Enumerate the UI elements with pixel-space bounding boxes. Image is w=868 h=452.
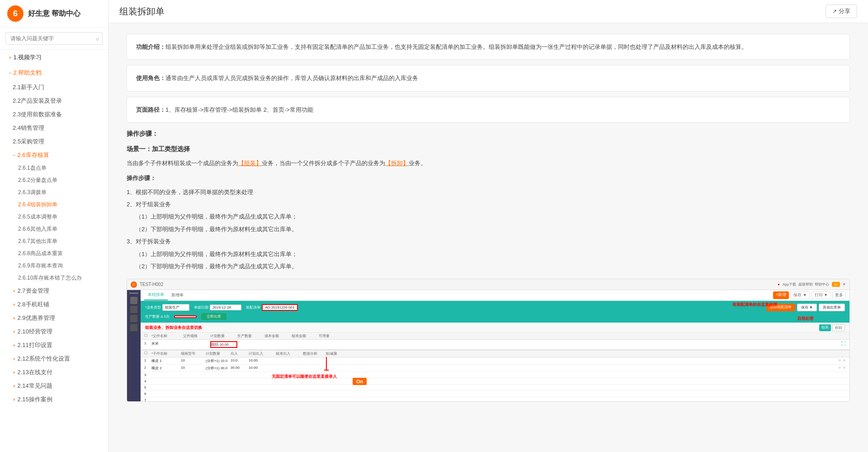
step1: 1、根据不同的业务，选择不同单据的类型来处理 <box>127 187 850 197</box>
sidebar-item-sales[interactable]: 2.4销售管理 <box>0 121 108 135</box>
mock-brow4-num: 4 <box>144 379 151 383</box>
mock-print-btn[interactable]: 打印 ▼ <box>811 291 831 299</box>
sidebar-item-docs-label: 2.帮助文档 <box>13 69 42 77</box>
mock-brow2-spec: 10 <box>181 366 206 371</box>
sidebar-item-mobile[interactable]: + 2.8手机旺铺 <box>0 298 108 311</box>
sidebar-item-finance-label: 2.7资金管理 <box>17 287 49 295</box>
site-title: 好生意 帮助中心 <box>28 9 80 19</box>
sidebar-item-system[interactable]: + 2.12系统个性化设置 <box>0 352 108 366</box>
mock-toggle-disassembly[interactable]: 拆卸 <box>832 324 845 331</box>
mock-row-plan-qty-input[interactable]: 组织-10.00 <box>210 341 237 348</box>
mock-save-btn[interactable]: 保存 ▼ <box>797 304 817 311</box>
sidebar-item-pay[interactable]: + 2.13在线支付 <box>0 366 108 379</box>
mock-confirm-btn[interactable]: 立即出库 <box>201 313 226 320</box>
mock-bth-analysis: 数据分析 <box>303 351 326 356</box>
sidebar-item-finance[interactable]: + 2.7资金管理 <box>0 284 108 298</box>
mock-tab-active[interactable]: 本组拆单 <box>144 290 168 300</box>
mock-brow7-num: 7 <box>144 398 151 401</box>
sidebar-item-other-in[interactable]: 2.6.6其他入库单 <box>0 223 108 235</box>
sidebar-item-split-take[interactable]: 2.6.2分量盘点单 <box>0 174 108 186</box>
mock-brow1-plan-inout: 10.00 <box>249 358 276 363</box>
share-icon: ↗ <box>832 8 837 14</box>
share-label: 分享 <box>839 7 850 15</box>
mock-assembly-input[interactable]: AD-20191226-001 <box>262 304 298 311</box>
mock-date-input[interactable]: 2019-12-26 <box>210 305 241 310</box>
sidebar-item-mobile-label: 2.8手机旺铺 <box>17 300 49 309</box>
mock-title: TEST-H002 <box>140 282 163 287</box>
mock-table-row-bottom6: 6 <box>141 391 849 397</box>
mock-brow2-del[interactable]: ⊗ <box>843 366 846 371</box>
sidebar-item-cases[interactable]: + 2.15操作案例 <box>0 393 108 406</box>
mock-form-row2: 生产数量 Δ 3次 立即出库 启用处理 <box>145 313 845 320</box>
mock-table-row-bottom2: 2 橡皮 2 10 (分析+1) 30.0 30.00 10.00 <box>141 365 849 372</box>
sidebar-item-transfer[interactable]: 2.6.3调拨单 <box>0 186 108 199</box>
sidebar-item-stock-error[interactable]: 2.6.10库存账本错了怎么办 <box>0 272 108 284</box>
sidebar-item-sales-label: 2.4销售管理 <box>13 124 44 132</box>
mock-brow1-name: 橡皮 1 <box>151 358 181 363</box>
sidebar-item-assembly[interactable]: 2.6.4组装拆卸单 <box>0 199 108 211</box>
sidebar-item-print[interactable]: + 2.11打印设置 <box>0 338 108 352</box>
step2-1: （1）上部明细为父件明细，最终作为产成品生成其它入库单； <box>136 211 850 222</box>
mock-th-prod-qty: 生产数量 <box>237 333 264 338</box>
mock-tab-actions: +新增 保存 ▼ 打印 ▼ 更多 <box>773 291 846 299</box>
mock-apps: App下载 超级帮助 帮助中心 <box>783 282 829 287</box>
mock-row-parent-name: 米米 <box>151 341 183 348</box>
mock-action-btn[interactable]: 保存 ▼ <box>790 291 810 299</box>
mock-th-parent-name: *父件名称 <box>151 333 183 338</box>
mock-bth-approve-inout: 核准出入 <box>276 351 303 356</box>
mock-toggle-assembly[interactable]: 组装 <box>819 324 831 331</box>
mock-field-date-label: 单据日期 <box>194 305 208 310</box>
sidebar-item-other-out[interactable]: 2.6.7其他出库单 <box>0 235 108 247</box>
mock-bth-actions <box>344 351 846 356</box>
mock-brow1-del[interactable]: ⊗ <box>843 358 846 363</box>
mock-th-plan-qty: 计划数量 <box>210 333 237 338</box>
mock-brow2-copy[interactable]: ⊕ <box>838 366 841 371</box>
mock-row-prod-qty <box>237 341 264 348</box>
sidebar-item-stock-take[interactable]: 2.6.1盘点单 <box>0 162 108 174</box>
mock-type-select[interactable]: 组装生产 <box>162 304 189 311</box>
mock-table-row-top1: 1 米米 组织-10.00 ⛶ <box>141 340 849 350</box>
mock-bth-spec: 规格型号 <box>181 351 206 356</box>
sidebar-item-stock-query[interactable]: 2.6.9库存账本查询 <box>0 260 108 272</box>
sidebar-item-data-prep[interactable]: 2.3使用前数据准备 <box>0 108 108 121</box>
mock-assembly-label: 装配清单 <box>246 305 260 310</box>
sidebar-item-install-label: 2.2产品安装及登录 <box>13 97 62 105</box>
search-icon: ⌕ <box>96 35 99 42</box>
sidebar-item-install[interactable]: 2.2产品安装及登录 <box>0 94 108 108</box>
mock-toggle-btns: 组装 拆卸 <box>819 324 845 331</box>
sidebar-item-cost-calc[interactable]: 2.6.8商品成本重算 <box>0 247 108 260</box>
mock-body: 本组拆单 新增单 +新增 保存 ▼ 打印 ▼ 更多 <box>127 290 849 401</box>
mock-qty-input[interactable] <box>174 315 197 318</box>
mock-new-btn[interactable]: +新增 <box>773 291 789 299</box>
sidebar-item-video[interactable]: + 1.视频学习 <box>0 50 108 65</box>
sidebar-item-system-label: 2.12系统个性化设置 <box>17 355 70 363</box>
mock-more-btn[interactable]: 更多 <box>832 291 846 299</box>
mock-expand-icon[interactable]: ⛶ <box>841 341 846 348</box>
sidebar-item-coupon[interactable]: + 2.9优惠券管理 <box>0 311 108 325</box>
annotation-arrow5h <box>324 370 329 371</box>
mock-brow2-num: 2 <box>144 366 151 371</box>
mock-other-btn[interactable]: 其他出库单 <box>819 304 845 311</box>
mock-nav-icon1 <box>130 297 137 304</box>
share-button[interactable]: ↗ 分享 <box>826 5 857 18</box>
sidebar-item-purchase[interactable]: 2.5采购管理 <box>0 135 108 148</box>
mock-brow1-copy[interactable]: ⊕ <box>838 358 841 363</box>
mock-brow2-btns: ⊕ ⊗ <box>838 366 846 371</box>
sidebar-item-docs[interactable]: − 2.帮助文档 <box>0 65 108 81</box>
sidebar-item-faq[interactable]: + 2.14常见问题 <box>0 379 108 393</box>
sidebar-item-ops[interactable]: + 2.10经营管理 <box>0 325 108 338</box>
disassembly-link[interactable]: 【拆卸】 <box>385 160 409 167</box>
scene1-title: 场景一：加工类型选择 <box>127 145 850 153</box>
sidebar-item-cost-adjust[interactable]: 2.6.5成本调整单 <box>0 211 108 223</box>
mock-close-icon: ✕ <box>843 282 846 286</box>
topbar: 组装拆卸单 ↗ 分享 <box>108 0 868 23</box>
mock-brow1-spec: 10 <box>181 358 206 363</box>
search-input[interactable] <box>5 32 103 45</box>
logo-icon: 6 <box>7 5 24 22</box>
role-block: 使用角色：通常由生产人员或库管人员完成拆装业务的操作，库管人员确认原材料的出库和… <box>127 65 850 91</box>
sidebar-item-inventory[interactable]: − 2.6库存核算 <box>0 148 108 162</box>
mock-tab-inactive[interactable]: 新增单 <box>168 290 187 300</box>
inventory-collapse-icon: − <box>13 152 15 158</box>
assembly-link[interactable]: 【组装】 <box>238 160 262 167</box>
sidebar-item-new-user[interactable]: 2.1新手入门 <box>0 81 108 94</box>
